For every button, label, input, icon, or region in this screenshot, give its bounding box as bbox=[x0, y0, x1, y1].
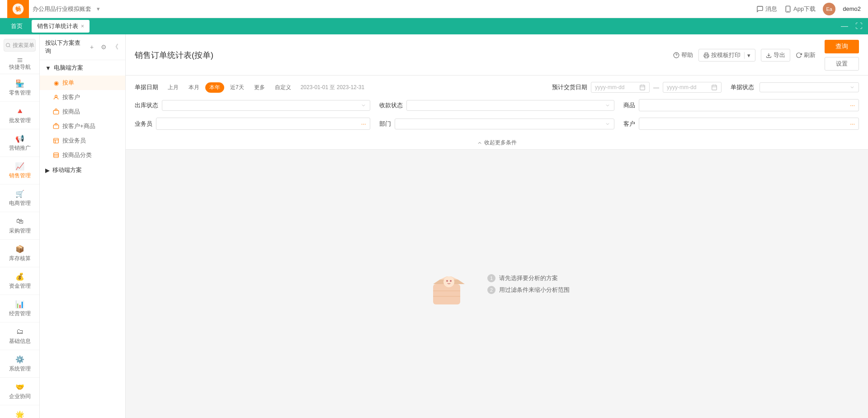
scheme-item-by-category[interactable]: 按商品分类 bbox=[40, 148, 125, 162]
tab-home[interactable]: 首页 bbox=[4, 20, 30, 33]
help-button[interactable]: 帮助 bbox=[673, 51, 693, 59]
page-header-actions: 帮助 按模板打印 ▾ 导出 刷新 bbox=[673, 40, 859, 71]
sidebar-item-wholesale[interactable]: 🔺 批发管理 bbox=[0, 102, 39, 129]
quick-nav-button[interactable]: 快捷导航 bbox=[0, 54, 39, 74]
custom-date-btn[interactable]: 自定义 bbox=[271, 82, 295, 93]
left-panel-header: 按以下方案查询 + ⚙ 《 bbox=[40, 34, 125, 60]
message-button[interactable]: 消息 bbox=[756, 5, 777, 13]
scheme-item-by-staff[interactable]: 按业务员 bbox=[40, 133, 125, 148]
collapse-panel-button[interactable]: 《 bbox=[111, 43, 120, 52]
more-date-btn[interactable]: 更多 bbox=[250, 82, 269, 93]
mobile-scheme-group-title[interactable]: ▶ 移动端方案 bbox=[40, 162, 125, 178]
logo: 畅 bbox=[7, 0, 29, 18]
collect-status-group: 收款状态 bbox=[379, 100, 615, 111]
tab-close-button[interactable]: × bbox=[81, 23, 84, 29]
minimize-window-button[interactable]: — bbox=[839, 21, 850, 32]
sidebar-item-purchase[interactable]: 🛍 采购管理 bbox=[0, 212, 39, 240]
refresh-button[interactable]: 刷新 bbox=[796, 51, 816, 59]
calendar-icon bbox=[639, 84, 646, 90]
svg-point-29 bbox=[446, 280, 448, 282]
staff-more-button[interactable]: ··· bbox=[361, 120, 366, 127]
finance-icon: 💰 bbox=[15, 272, 24, 281]
svg-point-6 bbox=[55, 95, 57, 97]
dept-select[interactable] bbox=[395, 119, 615, 129]
pc-scheme-group: ▼ 电脑端方案 ◉ 按单 按客户 按商品 bbox=[40, 60, 125, 162]
query-button[interactable]: 查询 bbox=[825, 40, 859, 53]
date-filter-group: 单据日期 上月 本月 本年 近7天 更多 自定义 2023-01-01 至 20… bbox=[135, 82, 364, 93]
this-month-btn[interactable]: 本月 bbox=[184, 82, 203, 93]
goods-more-button[interactable]: ··· bbox=[850, 102, 855, 109]
collect-status-select[interactable] bbox=[406, 100, 615, 111]
collect-status-arrow-icon bbox=[605, 103, 610, 108]
svg-point-30 bbox=[450, 280, 452, 282]
add-scheme-button[interactable]: + bbox=[87, 43, 96, 52]
quick-nav-icon bbox=[17, 57, 23, 63]
pc-scheme-group-title[interactable]: ▼ 电脑端方案 bbox=[40, 60, 125, 76]
by-category-icon bbox=[52, 152, 60, 159]
filter-section: 单据日期 上月 本月 本年 近7天 更多 自定义 2023-01-01 至 20… bbox=[126, 76, 868, 150]
maximize-window-button[interactable]: ⛶ bbox=[854, 21, 864, 32]
tabbar: 首页 销售订单统计表 × — ⛶ bbox=[0, 18, 868, 34]
sidebar-item-inventory[interactable]: 📦 库存核算 bbox=[0, 240, 39, 267]
staff-input[interactable]: ··· bbox=[156, 118, 370, 130]
refresh-icon bbox=[796, 52, 802, 58]
scheme-item-by-customer[interactable]: 按客户 bbox=[40, 90, 125, 104]
scheme-item-by-cust-goods[interactable]: 按客户+商品 bbox=[40, 119, 125, 133]
svg-text:畅: 畅 bbox=[15, 6, 21, 12]
last7-btn[interactable]: 近7天 bbox=[226, 82, 248, 93]
customer-more-button[interactable]: ··· bbox=[850, 120, 855, 127]
main-layout: 搜索菜单 快捷导航 🏪 零售管理 🔺 批发管理 📢 营销推广 📈 销售管理 bbox=[0, 34, 868, 418]
doc-status-label: 单据状态 bbox=[731, 83, 756, 91]
customer-input[interactable]: ··· bbox=[639, 118, 859, 130]
mobile-scheme-group: ▶ 移动端方案 bbox=[40, 162, 125, 178]
empty-tip-1: 1 请先选择要分析的方案 bbox=[487, 274, 570, 282]
expected-date-end-input[interactable]: yyyy-mm-dd bbox=[663, 82, 722, 93]
out-status-select[interactable] bbox=[162, 100, 370, 111]
help-icon bbox=[673, 52, 679, 58]
svg-point-4 bbox=[6, 43, 9, 47]
sidebar-item-operation[interactable]: 📊 经营管理 bbox=[0, 295, 39, 323]
svg-rect-27 bbox=[433, 284, 460, 304]
sidebar-item-retail[interactable]: 🏪 零售管理 bbox=[0, 74, 39, 102]
scheme-settings-button[interactable]: ⚙ bbox=[99, 43, 108, 52]
avatar[interactable]: Ea bbox=[823, 3, 835, 15]
tab-active[interactable]: 销售订单统计表 × bbox=[32, 20, 90, 33]
date-separator: — bbox=[653, 84, 659, 91]
doc-status-select[interactable] bbox=[760, 82, 859, 92]
empty-state: 1 请先选择要分析的方案 2 用过滤条件来缩小分析范围 bbox=[424, 259, 570, 309]
app-download-button[interactable]: App下载 bbox=[784, 5, 816, 13]
sidebar-item-finance[interactable]: 💰 资金管理 bbox=[0, 267, 39, 295]
dept-label: 部门 bbox=[379, 120, 391, 128]
newbie-icon: 🌟 bbox=[15, 410, 24, 418]
template-print-button[interactable]: 按模板打印 ▾ bbox=[698, 49, 755, 62]
sidebar-item-system[interactable]: ⚙️ 系统管理 bbox=[0, 350, 39, 378]
tabbar-right: — ⛶ bbox=[839, 21, 864, 32]
operation-icon: 📊 bbox=[15, 299, 24, 309]
goods-input[interactable]: ··· bbox=[639, 99, 859, 111]
doc-status-group: 单据状态 bbox=[731, 82, 859, 92]
sidebar-item-ecommerce[interactable]: 🛒 电商管理 bbox=[0, 185, 39, 212]
page-header: 销售订单统计表(按单) 帮助 按模板打印 ▾ 导出 bbox=[126, 34, 868, 76]
expected-date-start-input[interactable]: yyyy-mm-dd bbox=[591, 82, 650, 93]
template-print-arrow[interactable]: ▾ bbox=[744, 52, 750, 59]
sidebar-item-basic[interactable]: 🗂 基础信息 bbox=[0, 323, 39, 350]
by-goods-icon bbox=[52, 108, 60, 115]
filter-row-1: 单据日期 上月 本月 本年 近7天 更多 自定义 2023-01-01 至 20… bbox=[126, 76, 868, 99]
search-menu-button[interactable]: 搜索菜单 bbox=[4, 39, 36, 52]
dept-group: 部门 bbox=[379, 119, 615, 129]
app-title-arrow[interactable]: ▾ bbox=[97, 5, 100, 12]
this-year-btn[interactable]: 本年 bbox=[205, 82, 224, 93]
sidebar-item-newbie[interactable]: 🌟 新手引导 bbox=[0, 405, 39, 418]
sidebar-item-sales[interactable]: 📈 销售管理 bbox=[0, 157, 39, 185]
sidebar-item-enterprise[interactable]: 🤝 企业协同 bbox=[0, 378, 39, 405]
last-month-btn[interactable]: 上月 bbox=[164, 82, 183, 93]
export-button[interactable]: 导出 bbox=[761, 49, 790, 62]
scheme-item-by-order[interactable]: ◉ 按单 bbox=[40, 76, 125, 90]
collapse-filter-button[interactable]: 收起更多条件 bbox=[126, 136, 868, 150]
scheme-item-by-goods[interactable]: 按商品 bbox=[40, 104, 125, 119]
empty-tip-2: 2 用过滤条件来缩小分析范围 bbox=[487, 286, 570, 294]
collect-status-label: 收款状态 bbox=[379, 101, 403, 109]
pc-scheme-expand-icon: ▼ bbox=[45, 65, 51, 71]
sidebar-item-marketing[interactable]: 📢 营销推广 bbox=[0, 129, 39, 157]
settings-button[interactable]: 设置 bbox=[825, 57, 859, 71]
